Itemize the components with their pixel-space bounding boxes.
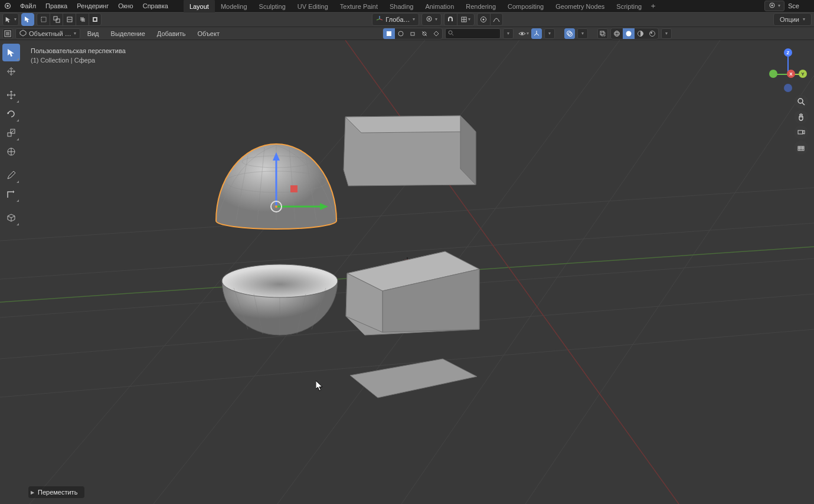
tool-cursor[interactable]: [2, 63, 20, 80]
tool-options-button[interactable]: Опции ▾: [773, 13, 812, 26]
tool-select-box[interactable]: [2, 44, 20, 61]
svg-line-13: [377, 19, 380, 20]
overlay-dropdown[interactable]: ▾: [577, 28, 588, 39]
select-mode-tweak[interactable]: [21, 13, 34, 26]
menu-file[interactable]: Файл: [15, 0, 41, 12]
menu-view[interactable]: Вид: [83, 30, 104, 37]
snap-toggle[interactable]: [444, 13, 457, 26]
workspace-tab-sculpting[interactable]: Sculpting: [253, 0, 292, 12]
axis-x[interactable]: X: [787, 70, 795, 78]
workspace-tab-modeling[interactable]: Modeling: [215, 0, 253, 12]
selectability-all[interactable]: [383, 28, 395, 39]
workspace-tab-layout[interactable]: Layout: [184, 0, 215, 12]
header-filter-field[interactable]: [445, 28, 501, 39]
menu-add[interactable]: Добавить: [152, 30, 191, 37]
selectability-indirect[interactable]: [430, 28, 442, 39]
svg-rect-25: [411, 32, 414, 35]
scene-name-field[interactable]: Sce: [788, 2, 812, 9]
workspace-tab-uv[interactable]: UV Editing: [292, 0, 334, 12]
workspace-tab-compositing[interactable]: Compositing: [502, 0, 550, 12]
workspace-tab-scripting[interactable]: Scripting: [610, 0, 648, 12]
axis-neg-y[interactable]: [769, 70, 777, 78]
orientation-dropdown[interactable]: Глоба… ▾: [372, 13, 419, 26]
overlay-toggle[interactable]: [564, 28, 575, 39]
menu-window[interactable]: Окно: [113, 0, 138, 12]
tool-add-primitive[interactable]: [2, 209, 20, 227]
mesh-cube-top[interactable]: [344, 116, 476, 186]
pivot-icon: [426, 15, 433, 24]
selectability-holdout[interactable]: [419, 28, 430, 39]
menu-select[interactable]: Выделение: [106, 30, 150, 37]
gizmo-dropdown[interactable]: ▾: [544, 28, 555, 39]
workspace-tab-rendering[interactable]: Rendering: [460, 0, 502, 12]
shading-solid[interactable]: [623, 28, 635, 39]
view-visibility-dropdown[interactable]: ▾: [518, 28, 529, 39]
svg-point-38: [614, 31, 619, 36]
nav-camera[interactable]: [794, 125, 808, 139]
select-extend-button[interactable]: [50, 13, 63, 26]
svg-line-29: [452, 34, 453, 35]
tool-select-dropdown[interactable]: ▾: [2, 13, 19, 26]
mesh-bowl[interactable]: [222, 264, 338, 335]
editor-type-dropdown[interactable]: [2, 28, 13, 39]
proportional-toggle[interactable]: [477, 13, 490, 26]
svg-line-49: [0, 188, 814, 241]
nav-zoom[interactable]: [794, 94, 808, 109]
chevron-down-icon: ▾: [527, 31, 529, 36]
snap-dropdown[interactable]: ▾: [457, 13, 475, 26]
shading-rendered[interactable]: [646, 28, 658, 39]
axis-z[interactable]: Z: [784, 48, 792, 57]
xray-toggle[interactable]: [597, 28, 608, 39]
svg-rect-22: [6, 32, 9, 35]
nav-pan[interactable]: [794, 110, 808, 124]
menu-help[interactable]: Справка: [138, 0, 173, 12]
selectability-render[interactable]: [407, 28, 419, 39]
viewport-3d[interactable]: Пользовательская перспектива (1) Collect…: [0, 40, 814, 504]
workspace-tab-shading[interactable]: Shading: [384, 0, 419, 12]
shading-material[interactable]: [635, 28, 646, 39]
chevron-down-icon: ▾: [435, 17, 437, 22]
pivot-dropdown[interactable]: ▾: [421, 13, 442, 26]
toolbar-left: [2, 44, 21, 227]
select-intersect-button[interactable]: [76, 13, 89, 26]
tool-measure[interactable]: [2, 185, 20, 203]
shading-wireframe[interactable]: [611, 28, 623, 39]
workspace-tab-geonodes[interactable]: Geometry Nodes: [550, 0, 610, 12]
tool-scale[interactable]: [2, 124, 20, 142]
svg-line-12: [380, 19, 383, 20]
selectability-visible[interactable]: [395, 28, 407, 39]
workspace-tab-animation[interactable]: Animation: [419, 0, 460, 12]
select-subtract-button[interactable]: [63, 13, 76, 26]
mode-dropdown[interactable]: Объектный … ▾: [15, 28, 80, 39]
mesh-cube-mid[interactable]: [346, 251, 479, 335]
tool-annotate[interactable]: [2, 166, 20, 184]
filter-dropdown[interactable]: ▾: [503, 28, 514, 39]
svg-line-33: [534, 34, 537, 35]
axis-y[interactable]: Y: [799, 70, 807, 78]
svg-point-43: [649, 31, 655, 36]
select-box-button[interactable]: [37, 13, 50, 26]
select-invert-button[interactable]: [89, 13, 102, 26]
tool-rotate[interactable]: [2, 105, 20, 123]
svg-point-24: [398, 31, 403, 36]
viewport-canvas[interactable]: [0, 40, 814, 504]
workspace-tab-texture[interactable]: Texture Paint: [334, 0, 384, 12]
proportional-falloff[interactable]: [490, 13, 503, 26]
menu-edit[interactable]: Правка: [41, 0, 72, 12]
nav-gizmo[interactable]: Z Y X: [768, 46, 808, 92]
nav-perspective[interactable]: [794, 140, 808, 155]
last-operator-panel[interactable]: ▶ Переместить: [28, 486, 84, 498]
menu-render[interactable]: Рендеринг: [72, 0, 113, 12]
axis-neg-z[interactable]: [784, 84, 792, 92]
tool-move[interactable]: [2, 86, 20, 104]
svg-point-70: [222, 264, 338, 297]
shading-dropdown[interactable]: ▾: [661, 28, 672, 39]
tool-transform[interactable]: [2, 143, 20, 161]
top-menu-bar: Файл Правка Рендеринг Окно Справка Layou…: [0, 0, 814, 12]
mesh-plane[interactable]: [350, 359, 477, 398]
mouse-cursor-icon: [316, 381, 323, 391]
gizmo-toggle[interactable]: [531, 28, 542, 39]
workspace-add-button[interactable]: ＋: [648, 0, 658, 12]
menu-object[interactable]: Объект: [192, 30, 224, 37]
scene-browse-button[interactable]: ▾: [764, 1, 784, 11]
